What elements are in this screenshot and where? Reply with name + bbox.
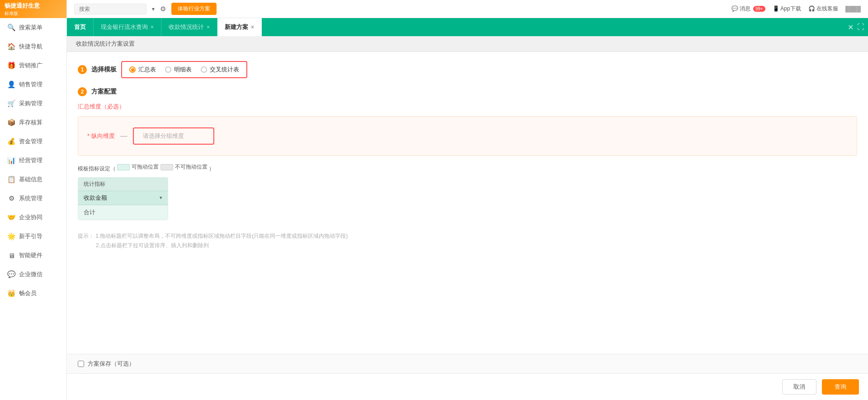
sidebar-label-system: 系统管理	[19, 194, 42, 202]
legend-non-draggable: 不可拖动位置	[160, 163, 208, 171]
sidebar-label-enterprise-wechat: 企业微信	[19, 270, 42, 278]
tab-bank-flow[interactable]: 现金银行流水查询×	[94, 18, 161, 36]
sidebar-item-search-menu[interactable]: 🔍搜索菜单	[0, 18, 66, 37]
page-title-bar: 收款情况统计方案设置	[67, 36, 868, 52]
smart-hw-icon: 🖥	[7, 252, 15, 259]
sidebar-item-operations[interactable]: 📊经营管理	[0, 151, 66, 170]
tab-label-home: 首页	[74, 23, 86, 31]
sidebar-logo: 畅捷通好生意 标准版	[0, 0, 66, 18]
col-label: 收款金额	[84, 194, 107, 202]
sidebar-item-newbie[interactable]: 🌟新手引导	[0, 227, 66, 246]
hint-line-2: 2.点击标题栏下拉可设置排序、插入列和删除列	[78, 242, 857, 249]
stats-table-header-label: 统计指标	[78, 178, 168, 191]
dimension-row: * 纵向维度 — 请选择分组维度	[87, 127, 848, 145]
indicator-settings: 模板指标设定（ 可拖动位置 不可拖动位置 ）	[78, 163, 857, 221]
main-area: ▾ ⚙ 体验行业方案 💬 消息 99+ 📱 App下载 🎧 在线客服 ████ …	[67, 0, 868, 400]
sidebar-label-sales: 销售管理	[19, 80, 42, 89]
stats-cell-total: 合计	[78, 205, 168, 220]
template-label-cross: 交叉统计表	[210, 66, 239, 74]
radio-cross	[201, 66, 207, 73]
tabbar-actions: ✕ ⛶	[848, 23, 868, 32]
sidebar-item-finance[interactable]: 💰资金管理	[0, 132, 66, 151]
arrow-icon: —	[120, 132, 127, 140]
user-info[interactable]: ████	[845, 6, 861, 12]
legend-draggable-box	[117, 164, 130, 170]
basic-info-icon: 📋	[7, 175, 15, 184]
sidebar-label-marketing: 营销推广	[19, 61, 42, 70]
finance-icon: 💰	[7, 137, 15, 146]
expand-icon[interactable]: ⛶	[857, 23, 864, 31]
template-option-detail[interactable]: 明细表	[165, 66, 192, 74]
col-dropdown-icon[interactable]: ▾	[160, 195, 162, 201]
close-tab-icon[interactable]: ✕	[848, 23, 854, 32]
sidebar-item-basic-info[interactable]: 📋基础信息	[0, 170, 66, 189]
sidebar-item-marketing[interactable]: 🎁营销推广	[0, 56, 66, 75]
template-option-cross[interactable]: 交叉统计表	[201, 66, 239, 74]
newbie-icon: 🌟	[7, 232, 15, 240]
step2-title: 方案配置	[91, 88, 117, 96]
tab-close-bank-flow[interactable]: ×	[151, 24, 154, 30]
step2-badge: 2	[78, 87, 87, 96]
hint-section: 提示： 1.拖动标题栏可以调整布局，不可跨维度或指标区域拖动栏目字段(只能在同一…	[78, 232, 857, 249]
sidebar-label-smart-hw: 智能硬件	[19, 251, 42, 259]
dimension-select[interactable]: 请选择分组维度	[133, 127, 214, 145]
save-label: 方案保存（可选）	[88, 360, 135, 368]
sidebar-item-system[interactable]: ⚙系统管理	[0, 189, 66, 208]
online-support-link[interactable]: 🎧 在线客服	[808, 5, 838, 13]
trial-button[interactable]: 体验行业方案	[171, 3, 217, 15]
save-checkbox[interactable]	[78, 361, 84, 367]
gear-icon[interactable]: ⚙	[160, 5, 166, 13]
marketing-icon: 🎁	[7, 61, 15, 70]
sidebar-item-member[interactable]: 👑畅会员	[0, 284, 66, 303]
stats-col-header[interactable]: 收款金额 ▾	[78, 191, 168, 205]
save-section: 方案保存（可选）	[67, 354, 868, 373]
message-link[interactable]: 💬 消息 99+	[731, 5, 765, 13]
sidebar-item-quick-nav[interactable]: 🏠快捷导航	[0, 37, 66, 56]
sidebar-item-enterprise-collab[interactable]: 🤝企业协同	[0, 208, 66, 227]
tabbar: 首页现金银行流水查询×收款情况统计×新建方案× ✕ ⛶	[67, 18, 868, 36]
step2-section: 2 方案配置 汇总维度（必选） * 纵向维度 — 请选择分组维度	[78, 87, 857, 249]
template-label-summary: 汇总表	[138, 66, 156, 74]
footer-bar: 取消 查询	[67, 373, 868, 400]
query-button[interactable]: 查询	[822, 379, 859, 395]
sidebar-item-inventory[interactable]: 📦库存核算	[0, 113, 66, 132]
topbar-dropdown[interactable]: ▾	[152, 6, 155, 12]
tab-label-receipts-stats: 收款情况统计	[169, 23, 204, 31]
tab-label-bank-flow: 现金银行流水查询	[101, 23, 148, 31]
radio-summary	[129, 66, 136, 73]
app-download-link[interactable]: 📱 App下载	[773, 5, 801, 13]
tab-home[interactable]: 首页	[67, 18, 94, 36]
tab-new-plan[interactable]: 新建方案×	[217, 18, 262, 36]
hint-line-1: 提示： 1.拖动标题栏可以调整布局，不可跨维度或指标区域拖动栏目字段(只能在同一…	[78, 232, 857, 240]
search-input[interactable]	[74, 4, 146, 14]
sales-icon: 👤	[7, 80, 15, 89]
sidebar-label-finance: 资金管理	[19, 137, 42, 146]
tab-receipts-stats[interactable]: 收款情况统计×	[161, 18, 217, 36]
template-label-detail: 明细表	[174, 66, 192, 74]
tab-close-new-plan[interactable]: ×	[251, 24, 254, 30]
template-option-summary[interactable]: 汇总表	[129, 66, 156, 74]
stats-table: 统计指标 收款金额 ▾ 合计	[78, 177, 168, 220]
system-icon: ⚙	[7, 194, 15, 202]
search-menu-icon: 🔍	[7, 24, 15, 32]
operations-icon: 📊	[7, 156, 15, 165]
topbar: ▾ ⚙ 体验行业方案 💬 消息 99+ 📱 App下载 🎧 在线客服 ████	[67, 0, 868, 18]
sidebar-item-sales[interactable]: 👤销售管理	[0, 75, 66, 94]
sidebar-item-enterprise-wechat[interactable]: 💬企业微信	[0, 265, 66, 284]
sidebar-label-inventory: 库存核算	[19, 118, 42, 127]
radio-detail	[165, 66, 171, 73]
page-title: 收款情况统计方案设置	[76, 40, 135, 47]
sidebar-label-search-menu: 搜索菜单	[19, 24, 42, 32]
form-area: 1 选择模板 汇总表 明细表 交叉统计表	[67, 52, 868, 354]
sidebar-label-quick-nav: 快捷导航	[19, 42, 42, 51]
headset-icon: 🎧	[808, 5, 815, 12]
sidebar-label-basic-info: 基础信息	[19, 175, 42, 184]
tab-close-receipts-stats[interactable]: ×	[207, 24, 210, 30]
page-content: 收款情况统计方案设置 1 选择模板 汇总表 明细表	[67, 36, 868, 400]
sidebar-item-purchase[interactable]: 🛒采购管理	[0, 94, 66, 113]
sidebar-item-smart-hw[interactable]: 🖥智能硬件	[0, 246, 66, 265]
quick-nav-icon: 🏠	[7, 42, 15, 51]
template-options-box: 汇总表 明细表 交叉统计表	[121, 61, 247, 78]
cancel-button[interactable]: 取消	[782, 379, 816, 395]
app-icon: 📱	[773, 5, 779, 12]
